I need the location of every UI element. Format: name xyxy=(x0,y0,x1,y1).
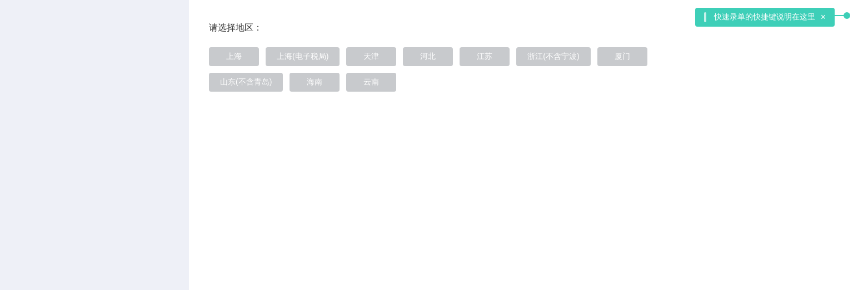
region-btn-shandong[interactable]: 山东(不含青岛) xyxy=(209,73,283,92)
tooltip-text: 快速录单的快捷键说明在这里 xyxy=(714,12,815,22)
region-btn-shanghai-etax[interactable]: 上海(电子税局) xyxy=(266,47,340,66)
tooltip-banner: 快速录单的快捷键说明在这里 × xyxy=(695,8,835,27)
region-btn-hebei[interactable]: 河北 xyxy=(403,47,453,66)
tooltip-connector-line xyxy=(833,15,844,16)
region-btn-zhejiang[interactable]: 浙江(不含宁波) xyxy=(516,47,590,66)
tooltip-connector-dot xyxy=(844,12,850,19)
region-btn-shanghai[interactable]: 上海 xyxy=(209,47,259,66)
region-btn-hainan[interactable]: 海南 xyxy=(290,73,340,92)
region-buttons-row-1: 上海上海(电子税局)天津河北江苏浙江(不含宁波)厦门 xyxy=(209,47,848,66)
main-content: 请选择地区： 上海上海(电子税局)天津河北江苏浙江(不含宁波)厦门 山东(不含青… xyxy=(189,0,868,290)
region-btn-tianjin[interactable]: 天津 xyxy=(346,47,396,66)
tooltip-close-button[interactable]: × xyxy=(821,12,826,22)
region-btn-jiangsu[interactable]: 江苏 xyxy=(460,47,510,66)
region-btn-xiamen[interactable]: 厦门 xyxy=(597,47,647,66)
sidebar xyxy=(0,0,189,290)
region-btn-yunnan[interactable]: 云南 xyxy=(346,73,396,92)
tooltip-bar xyxy=(704,12,706,22)
region-buttons-row-2: 山东(不含青岛)海南云南 xyxy=(209,73,848,92)
